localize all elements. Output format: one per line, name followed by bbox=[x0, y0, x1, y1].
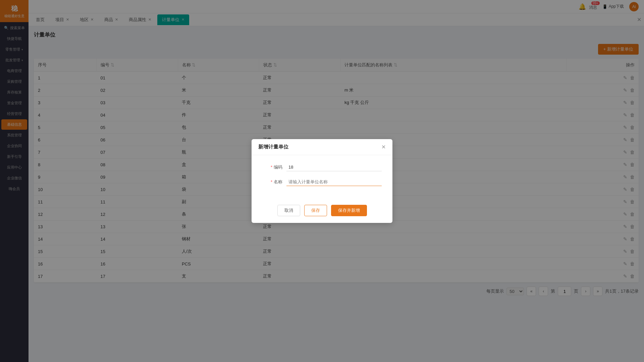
modal-body: *编码 *名称 bbox=[252, 155, 392, 201]
form-code-input[interactable] bbox=[286, 163, 382, 171]
cancel-button[interactable]: 取消 bbox=[277, 205, 300, 216]
form-row-name: *名称 bbox=[262, 178, 382, 186]
form-code-label: *编码 bbox=[262, 164, 282, 170]
modal-close-button[interactable]: ✕ bbox=[381, 144, 386, 150]
add-unit-modal: 新增计量单位 ✕ *编码 *名称 取消 保存 保存并新增 bbox=[252, 139, 392, 223]
save-button[interactable]: 保存 bbox=[304, 205, 327, 216]
required-mark: * bbox=[271, 165, 272, 170]
form-name-label: *名称 bbox=[262, 179, 282, 185]
modal-overlay: 新增计量单位 ✕ *编码 *名称 取消 保存 保存并新增 bbox=[0, 0, 644, 362]
form-name-input[interactable] bbox=[286, 178, 382, 186]
required-mark-name: * bbox=[271, 179, 272, 184]
modal-footer: 取消 保存 保存并新增 bbox=[252, 201, 392, 223]
form-row-code: *编码 bbox=[262, 163, 382, 171]
modal-title: 新增计量单位 bbox=[258, 144, 288, 150]
modal-header: 新增计量单位 ✕ bbox=[252, 139, 392, 155]
save-and-new-button[interactable]: 保存并新增 bbox=[331, 205, 367, 216]
